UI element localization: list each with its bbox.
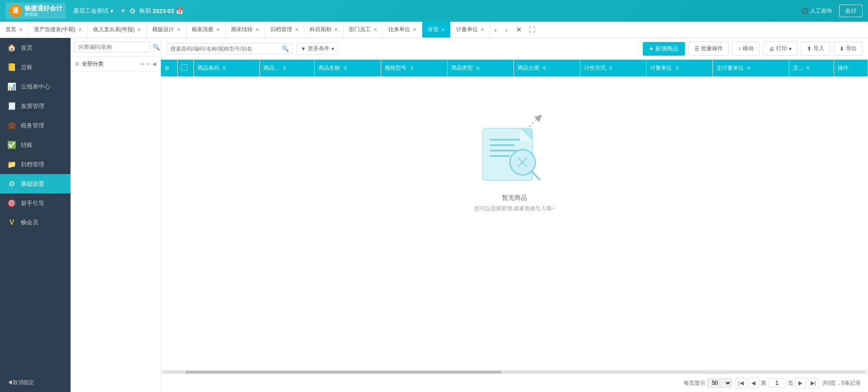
tab-balance[interactable]: 资产负债表(中期) ✕ (28, 22, 88, 38)
chevron-down-icon: ▾ (331, 46, 334, 52)
sort-extra-icon: ⇅ (806, 66, 810, 71)
category-search-input[interactable] (74, 42, 150, 52)
left-search-area: 🔍 (71, 38, 160, 57)
th-type-label: 商品类型 (451, 65, 473, 71)
sidebar-item-archive[interactable]: 📁 归档管理 (0, 155, 71, 174)
tab-next-btn[interactable]: › (501, 22, 512, 38)
th-name[interactable]: 商品名称 ⇅ (315, 60, 381, 76)
th-action-label: 操作 (838, 65, 849, 71)
tab-tax-close[interactable]: ✕ (216, 27, 220, 32)
tab-inventory[interactable]: 存货 ✕ (422, 22, 451, 38)
th-category-label: 商品分类 (518, 65, 539, 71)
add-category-btn[interactable]: + (146, 61, 150, 67)
th-category[interactable]: 商品分类 ⇅ (514, 60, 580, 76)
tab-period-label: 期末结转 (231, 26, 253, 33)
tab-income[interactable]: 收入支出表(年报) ✕ (88, 22, 147, 38)
tab-home[interactable]: 首页 ✕ (0, 22, 28, 38)
th-barcode[interactable]: 商品条码 ⇅ (193, 60, 260, 76)
th-extra[interactable]: 主... ⇅ (789, 60, 834, 76)
logo-icon: 通 (9, 5, 22, 17)
filter-more-btn[interactable]: ▼ 更多条件 ▾ (297, 43, 338, 55)
member-icon: V (7, 218, 16, 227)
header-actions: 🎧 人工咨询 会计 (798, 5, 863, 17)
sidebar-item-reports[interactable]: 📊 云报表中心 (0, 77, 71, 96)
account-button[interactable]: 会计 (839, 5, 863, 17)
sidebar-label-archive: 归档管理 (21, 161, 44, 169)
add-company-icon[interactable]: + (121, 6, 126, 16)
tab-balance-close[interactable]: ✕ (78, 27, 82, 32)
logo-area[interactable]: 通 畅捷通好会计 旗舰版 (5, 3, 66, 19)
tab-tax[interactable]: 税表清册 ✕ (186, 22, 226, 38)
tab-home-close[interactable]: ✕ (19, 27, 23, 32)
sidebar-item-member[interactable]: V 畅会员 (0, 213, 71, 232)
product-search-icon[interactable]: 🔍 (282, 45, 289, 52)
tab-archive[interactable]: 归档管理 ✕ (265, 22, 304, 38)
th-checkbox[interactable] (177, 60, 193, 76)
company-selector[interactable]: 基层工会测试 ▾ (70, 5, 117, 17)
batch-operation-btn[interactable]: ☰ 批量操作 (689, 42, 729, 56)
sidebar-cancel-fixed[interactable]: ◀取消固定 (0, 373, 71, 392)
import-btn[interactable]: ⬆ 导入 (801, 42, 830, 56)
calendar-icon[interactable]: 📅 (176, 8, 183, 14)
content-area: 🔍 ⊞ 全部分类 ✏ + ◀ 🔍 (71, 38, 868, 392)
tab-subject[interactable]: 科目期初 ✕ (304, 22, 344, 38)
print-btn[interactable]: 🖨 打印 ▾ (763, 42, 797, 56)
tab-template[interactable]: 模版设计 ✕ (147, 22, 186, 38)
tab-period-close[interactable]: ✕ (255, 27, 259, 32)
th-main-unit[interactable]: 主计量单位 ⇅ (713, 60, 789, 76)
edit-category-btn[interactable]: ✏ (140, 61, 145, 67)
settings-icon[interactable]: ⚙ (129, 7, 136, 15)
th-gear[interactable]: ⚙ (161, 60, 177, 76)
tab-unit-close[interactable]: ✕ (481, 27, 484, 32)
tab-dept-close[interactable]: ✕ (373, 27, 377, 32)
last-page-btn[interactable]: ▶| (808, 378, 819, 388)
header-checkbox[interactable] (181, 64, 188, 71)
tab-dept[interactable]: 部门员工 ✕ (344, 22, 383, 38)
tab-expand-btn[interactable]: ⛶ (525, 22, 539, 38)
sidebar-item-invoice[interactable]: 🧾 发票管理 (0, 96, 71, 116)
scrollbar-track (163, 371, 866, 373)
th-code[interactable]: 商品... ⇅ (260, 60, 315, 76)
next-page-btn[interactable]: ▶ (795, 378, 806, 388)
sidebar-item-ledger[interactable]: 📒 总账 (0, 57, 71, 77)
add-product-btn[interactable]: + 新增商品 (643, 42, 685, 56)
scrollbar-thumb[interactable] (185, 371, 502, 373)
content-inner: 🔍 ⊞ 全部分类 ✏ + ◀ 🔍 (71, 38, 868, 392)
horizontal-scrollbar[interactable] (161, 370, 868, 373)
th-price-method[interactable]: 计价方式 ⇅ (580, 60, 646, 76)
prev-page-btn[interactable]: ◀ (748, 378, 759, 388)
tab-prev-btn[interactable]: ‹ (490, 22, 501, 38)
th-type[interactable]: 商品类型 ⇅ (448, 60, 514, 76)
page-size-select[interactable]: 10 20 50 100 (707, 378, 732, 388)
tab-client-close[interactable]: ✕ (413, 27, 416, 32)
tab-template-close[interactable]: ✕ (177, 27, 180, 32)
category-search-icon[interactable]: 🔍 (152, 43, 161, 52)
th-barcode-label: 商品条码 (198, 65, 219, 71)
tab-client[interactable]: 往来单位 ✕ (383, 22, 422, 38)
tab-income-close[interactable]: ✕ (137, 27, 141, 32)
sidebar-item-settings[interactable]: ⚙ 基础设置 (0, 174, 71, 194)
export-btn[interactable]: ⬇ 导出 (834, 42, 863, 56)
collapse-panel-btn[interactable]: ◀ (152, 61, 156, 67)
first-page-btn[interactable]: |◀ (736, 378, 746, 388)
tab-close-all-btn[interactable]: ✕ (512, 22, 525, 38)
filter-label: 更多条件 (308, 45, 330, 52)
th-unit[interactable]: 计量单位 ⇅ (646, 60, 713, 76)
th-spec[interactable]: 规格型号 ⇅ (381, 60, 448, 76)
print-label: 打印 (776, 45, 787, 52)
product-search-input[interactable] (170, 46, 279, 52)
sidebar-item-checkout[interactable]: ✅ 结账 (0, 135, 71, 155)
tab-archive-close[interactable]: ✕ (295, 27, 298, 32)
sidebar-item-guide[interactable]: 🎯 新手引导 (0, 194, 71, 213)
sidebar-item-home[interactable]: 🏠 首页 (0, 38, 71, 57)
page-number-input[interactable] (768, 378, 786, 387)
tab-period[interactable]: 期末结转 ✕ (226, 22, 265, 38)
archive-icon: 📁 (7, 160, 16, 169)
move-btn[interactable]: ↕ 移动 (732, 42, 760, 56)
tab-subject-close[interactable]: ✕ (334, 27, 338, 32)
tab-inventory-close[interactable]: ✕ (441, 27, 445, 32)
tab-unit[interactable]: 计量单位 ✕ (451, 22, 490, 38)
sidebar-item-tax[interactable]: 💼 税务管理 (0, 116, 71, 135)
category-header[interactable]: ⊞ 全部分类 ✏ + ◀ (71, 57, 160, 72)
human-service-btn[interactable]: 🎧 人工咨询 (798, 5, 835, 17)
